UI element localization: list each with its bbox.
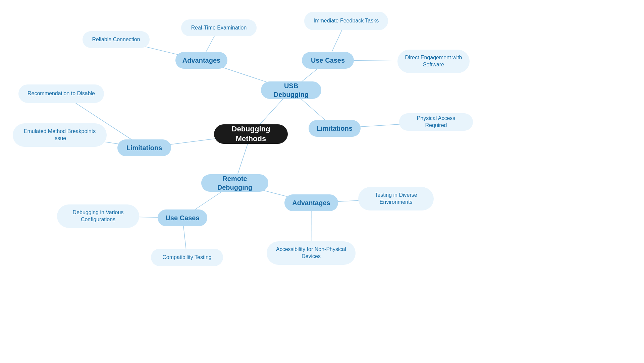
- emulated-method-node: Emulated Method Breakpoints Issue: [13, 123, 107, 147]
- remote-use-cases-node: Use Cases: [158, 209, 207, 226]
- reliable-connection-node: Reliable Connection: [83, 31, 150, 48]
- direct-engagement-node: Direct Engagement with Software: [397, 50, 470, 73]
- center-node: Debugging Methods: [214, 124, 288, 144]
- physical-access-node: Physical Access Required: [399, 113, 473, 131]
- realtime-exam-node: Real-Time Examination: [181, 19, 257, 36]
- testing-diverse-node: Testing in Diverse Environments: [358, 187, 434, 210]
- debugging-various-node: Debugging in Various Configurations: [57, 204, 139, 228]
- usb-advantages-node: Advantages: [175, 52, 227, 69]
- compatibility-node: Compatibility Testing: [151, 249, 223, 266]
- usb-limitations-node: Limitations: [309, 120, 361, 137]
- remote-debugging-node: Remote Debugging: [201, 174, 268, 192]
- usb-use-cases-node: Use Cases: [302, 52, 354, 69]
- limitations-left-node: Limitations: [117, 139, 171, 156]
- recommendation-node: Recommendation to Disable: [18, 84, 104, 103]
- remote-advantages-node: Advantages: [284, 194, 338, 211]
- immediate-feedback-node: Immediate Feedback Tasks: [304, 12, 388, 30]
- usb-debugging-node: USB Debugging: [261, 81, 321, 99]
- accessibility-node: Accessibility for Non-Physical Devices: [267, 241, 356, 265]
